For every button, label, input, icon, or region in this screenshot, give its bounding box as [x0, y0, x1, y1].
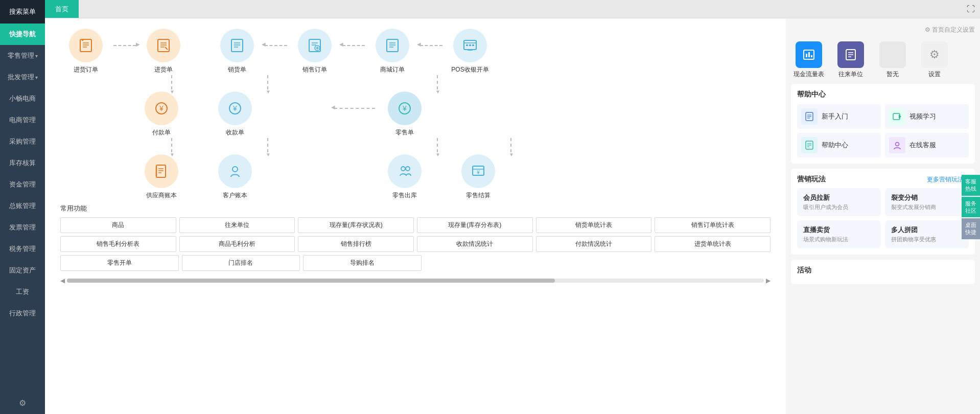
- cf-btn-goods-gross[interactable]: 商品毛利分析: [179, 236, 295, 252]
- cf-btn-purchase-report[interactable]: 进货单统计表: [655, 236, 771, 252]
- svg-rect-34: [156, 165, 166, 177]
- flow-node-retail-settlement[interactable]: ¥ 零售结算: [453, 154, 504, 200]
- customize-header[interactable]: ⚙ 首页自定义设置: [791, 24, 975, 36]
- none-icon: [879, 41, 906, 68]
- flow-node-customer-book[interactable]: 客户账本: [209, 154, 261, 200]
- node-label: POS收银开单: [451, 65, 488, 74]
- sidebar-item-general-ledger[interactable]: 总账管理: [0, 195, 45, 217]
- help-item-video[interactable]: 视频学习: [885, 104, 969, 129]
- flow-node-purchase[interactable]: 进货单: [138, 29, 189, 74]
- sidebar-quicknav[interactable]: 快捷导航: [0, 24, 45, 45]
- scroll-thumb: [67, 279, 555, 283]
- sidebar-item-inventory[interactable]: 库存核算: [0, 152, 45, 174]
- cf-btn-sale-order-report[interactable]: 销售订单统计表: [655, 217, 771, 233]
- help-item-help[interactable]: 帮助中心: [797, 133, 881, 157]
- svg-point-63: [896, 143, 899, 146]
- chevron-icon: ▾: [35, 53, 38, 59]
- cf-btn-goods[interactable]: 商品: [60, 217, 176, 233]
- flow-node-sale-order[interactable]: 销售订单: [289, 29, 340, 74]
- node-label: 收款单: [226, 128, 244, 137]
- marketing-header: 营销玩法 更多营销玩法 >: [797, 175, 969, 184]
- sidebar-settings[interactable]: ⚙: [0, 392, 45, 414]
- mkt-title: 会员拉新: [803, 193, 875, 202]
- float-btn-community[interactable]: 服务社区: [962, 197, 980, 218]
- qi-partners[interactable]: 往来单位: [833, 41, 869, 79]
- mall-order-icon: [376, 29, 409, 62]
- common-functions: 常用功能 商品 往来单位 现存量(库存状况表) 现存量(库存分布表) 销货单统计…: [50, 200, 781, 275]
- mkt-item-live[interactable]: 直播卖货 场景式购物新玩法: [797, 220, 881, 248]
- down-arrow-payment: [171, 138, 172, 152]
- svg-rect-38: [155, 166, 157, 176]
- float-btn-desktop[interactable]: 桌面快捷: [962, 218, 980, 239]
- mkt-desc: 场景式购物新玩法: [803, 236, 875, 243]
- sidebar-item-ecommgmt[interactable]: 电商管理: [0, 109, 45, 131]
- scroll-right-arrow[interactable]: ▶: [766, 277, 771, 284]
- qi-label: 往来单位: [838, 70, 863, 79]
- help-item-beginner[interactable]: 新手入门: [797, 104, 881, 129]
- pos-icon: [453, 29, 487, 62]
- sidebar-item-tax[interactable]: 税务管理: [0, 238, 45, 260]
- node-label: 供应商账本: [146, 191, 177, 200]
- sidebar-item-salary[interactable]: 工资: [0, 281, 45, 303]
- cf-btn-sales-gross[interactable]: 销售毛利分析表: [60, 236, 176, 252]
- node-label: 商城订单: [380, 65, 405, 74]
- sidebar-item-assets[interactable]: 固定资产: [0, 260, 45, 281]
- cf-btn-stock-dist[interactable]: 现存量(库存分布表): [417, 217, 533, 233]
- svg-text:¥: ¥: [159, 104, 164, 112]
- scroll-track[interactable]: [67, 279, 764, 283]
- flow-node-payment[interactable]: ¥ 付款单: [136, 91, 187, 137]
- flow-node-purchase-order[interactable]: 进货订单: [60, 29, 111, 74]
- flow-node-sales[interactable]: 销货单: [212, 29, 263, 74]
- tab-home[interactable]: 首页: [45, 0, 79, 18]
- mkt-item-group[interactable]: 多人拼团 拼团购物享受优惠: [885, 220, 969, 248]
- mkt-desc: 拼团购物享受优惠: [891, 236, 963, 243]
- chevron-icon: ▾: [35, 75, 38, 80]
- cf-btn-receipt-stats[interactable]: 收款情况统计: [417, 236, 533, 252]
- flow-node-retail-out[interactable]: 零售出库: [379, 154, 430, 200]
- arrow-left-2: ◀: [342, 45, 365, 58]
- flow-node-receipt[interactable]: ¥ 收款单: [209, 91, 261, 137]
- sidebar-item-ecom[interactable]: 小畅电商: [0, 88, 45, 109]
- cf-btn-guide-rank[interactable]: 导购排名: [303, 255, 422, 271]
- qi-settings[interactable]: ⚙ 设置: [917, 41, 952, 79]
- qi-cashflow[interactable]: 现金流量表: [791, 41, 827, 79]
- sidebar-item-admin[interactable]: 行政管理: [0, 303, 45, 324]
- help-item-service[interactable]: 在线客服: [885, 133, 969, 157]
- flow-node-pos[interactable]: POS收银开单: [445, 29, 496, 74]
- sidebar-item-finance[interactable]: 资金管理: [0, 174, 45, 195]
- cf-btn-sales-rank[interactable]: 销售排行榜: [298, 236, 414, 252]
- cf-btn-retail-open[interactable]: 零售开单: [60, 255, 179, 271]
- sidebar-item-invoice[interactable]: 发票管理: [0, 217, 45, 238]
- flow-node-supplier-book[interactable]: 供应商账本: [136, 154, 187, 200]
- settings-icon: ⚙: [921, 41, 948, 68]
- sidebar-item-retail[interactable]: 零售管理 ▾: [0, 45, 45, 66]
- supplier-book-icon: [145, 154, 178, 188]
- flow-node-retail[interactable]: ¥ 零售单: [379, 91, 430, 137]
- sidebar-search[interactable]: 搜索菜单: [0, 0, 45, 24]
- cf-btn-sales-report[interactable]: 销货单统计表: [536, 217, 652, 233]
- scroll-left-arrow[interactable]: ◀: [60, 277, 65, 284]
- qi-none[interactable]: 暂无: [875, 41, 911, 79]
- cf-btn-store-rank[interactable]: 门店排名: [182, 255, 300, 271]
- tab-expand-icon[interactable]: ⛶: [962, 0, 980, 18]
- node-label: 零售结算: [466, 191, 491, 200]
- sidebar-item-purchase[interactable]: 采购管理: [0, 131, 45, 152]
- node-label: 零售出库: [392, 191, 417, 200]
- cf-btn-stock-status[interactable]: 现存量(库存状况表): [298, 217, 414, 233]
- mkt-title: 多人拼团: [891, 225, 963, 235]
- svg-rect-4: [158, 39, 169, 52]
- help-grid: 新手入门 视频学习 帮助中心: [797, 104, 969, 157]
- help-center-title: 帮助中心: [797, 90, 969, 99]
- cf-title: 常用功能: [60, 204, 771, 213]
- mkt-item-member[interactable]: 会员拉新 吸引用户成为会员: [797, 188, 881, 216]
- qi-label: 设置: [928, 70, 941, 79]
- cf-btn-payment-stats[interactable]: 付款情况统计: [536, 236, 652, 252]
- svg-rect-27: [468, 50, 473, 51]
- cf-grid-row2: 销售毛利分析表 商品毛利分析 销售排行榜 收款情况统计 付款情况统计 进货单统计…: [60, 236, 771, 252]
- flow-node-mall-order[interactable]: 商城订单: [367, 29, 418, 74]
- float-btn-service[interactable]: 客服热线: [962, 175, 980, 196]
- cf-btn-partners[interactable]: 往来单位: [179, 217, 295, 233]
- mkt-item-fission[interactable]: 裂变分销 裂变式发展分销商: [885, 188, 969, 216]
- help-label: 在线客服: [909, 141, 936, 150]
- sidebar-item-wholesale[interactable]: 批发管理 ▾: [0, 66, 45, 88]
